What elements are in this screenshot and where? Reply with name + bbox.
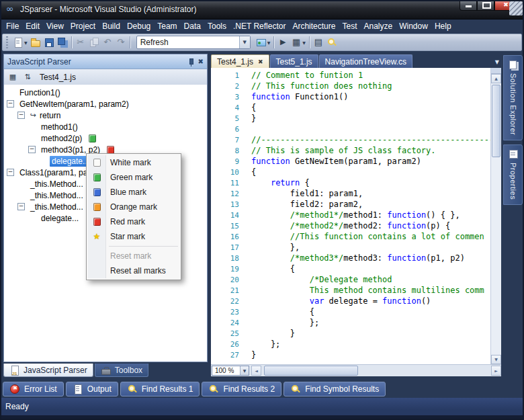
menu-view[interactable]: View xyxy=(43,19,67,33)
bottom-tab-find-symbol-results[interactable]: Find Symbol Results xyxy=(283,382,386,396)
menu-net-reflector[interactable]: .NET Reflector xyxy=(230,19,289,33)
zoom-dropdown-icon[interactable]: ▼ xyxy=(240,366,249,375)
refresh-combobox[interactable]: Refresh▼ xyxy=(136,36,251,49)
attach-button[interactable]: ▼ xyxy=(255,35,272,50)
panel-toolbar-icons: ▦⇅ xyxy=(6,70,34,85)
track-active-item-button[interactable]: ▦ xyxy=(6,70,19,85)
menu-build[interactable]: Build xyxy=(99,19,124,33)
document-list-dropdown-icon[interactable]: ▼ xyxy=(495,59,499,65)
bottom-tab-label: Find Results 1 xyxy=(142,384,193,394)
menu-help[interactable]: Help xyxy=(431,19,455,33)
bottom-tab-output[interactable]: Output xyxy=(66,382,118,396)
code-line: 18 /*method3*/method3: function(p1, p2) xyxy=(214,253,491,263)
maximize-button[interactable] xyxy=(477,0,494,11)
cut-button[interactable]: ✂ xyxy=(74,35,87,50)
tree-item-method2-p[interactable]: method2(p) xyxy=(4,132,207,144)
zoom-value: 100 % xyxy=(212,367,240,374)
find-in-files-button[interactable] xyxy=(325,35,339,50)
bottom-tab-find-results-1[interactable]: Find Results 1 xyxy=(120,382,200,396)
scroll-left-icon[interactable]: ◄ xyxy=(251,366,261,376)
code-line: 2// This function does nothing xyxy=(214,81,491,91)
solution-configurations-button[interactable]: ▤ xyxy=(312,35,325,50)
menu-architecture[interactable]: Architecture xyxy=(289,19,339,33)
menu-item-star-mark[interactable]: ★Star mark xyxy=(88,229,179,244)
menu-item-orange-mark[interactable]: Orange mark xyxy=(88,200,179,214)
tree-item-method1[interactable]: method1() xyxy=(4,121,207,132)
menu-file[interactable]: File xyxy=(3,19,22,33)
current-file-label[interactable]: Test4_1.js xyxy=(40,73,76,82)
menu-analyze[interactable]: Analyze xyxy=(360,19,396,33)
collapse-icon[interactable]: − xyxy=(7,100,14,108)
menu-item-reset-all-marks[interactable]: Reset all marks xyxy=(88,263,179,278)
document-tab-test5-1-js[interactable]: Test5_1.js xyxy=(270,54,318,68)
document-tab-navigationtreeview-cs[interactable]: NavigationTreeView.cs xyxy=(319,54,412,68)
horizontal-scrollbar[interactable] xyxy=(261,366,491,376)
resize-grip[interactable] xyxy=(509,1,523,15)
menu-icon-cell xyxy=(88,173,105,181)
menu-window[interactable]: Window xyxy=(396,19,431,33)
tree-item-return[interactable]: −↪return xyxy=(4,110,207,121)
copy-button[interactable] xyxy=(87,35,101,50)
new-item-button[interactable]: ▼ xyxy=(11,35,29,50)
panel-tab-toolbox[interactable]: Toolbox xyxy=(95,364,148,377)
menu-data[interactable]: Data xyxy=(181,19,204,33)
menu-project[interactable]: Project xyxy=(67,19,99,33)
editor-body[interactable]: 1// Comment to funtion 12// This functio… xyxy=(211,68,501,364)
debug-mode-button[interactable]: ▦▼ xyxy=(290,35,307,50)
open-file-button[interactable] xyxy=(29,35,42,50)
menu-icon-cell xyxy=(88,188,105,196)
menu-tools[interactable]: Tools xyxy=(204,19,230,33)
zoom-combobox[interactable]: 100 % ▼ xyxy=(212,366,249,376)
tree-item-function1[interactable]: Function1() xyxy=(4,87,207,98)
dropdown-arrow-icon: ▼ xyxy=(267,40,271,45)
menu-edit[interactable]: Edit xyxy=(22,19,43,33)
menu-item-red-mark[interactable]: Red mark xyxy=(88,214,179,229)
sort-button[interactable]: ⇅ xyxy=(21,70,34,85)
bottom-tab-error-list[interactable]: Error List xyxy=(3,382,64,396)
undo-button[interactable]: ↶ xyxy=(101,35,114,50)
scroll-down-icon[interactable]: ▼ xyxy=(491,355,501,364)
menu-debug[interactable]: Debug xyxy=(124,19,154,33)
save-button[interactable] xyxy=(42,35,56,50)
code-pane[interactable]: 1// Comment to funtion 12// This functio… xyxy=(211,68,491,364)
code-line: 14 /*method1*/method1: function() { }, xyxy=(214,210,491,220)
save-all-button[interactable] xyxy=(56,35,69,50)
tool-window-titlebar[interactable]: JavaScript Parser ✖ xyxy=(4,54,207,69)
line-number: 21 xyxy=(214,286,239,296)
code-line: 27} xyxy=(214,349,491,360)
menu-item-blue-mark[interactable]: Blue mark xyxy=(88,185,179,200)
close-panel-icon[interactable]: ✖ xyxy=(198,58,204,65)
tool-tab-solution-explorer[interactable]: Solution Explorer xyxy=(503,55,523,140)
combobox-dropdown-icon[interactable]: ▼ xyxy=(239,36,250,48)
tool-tab-properties[interactable]: Properties xyxy=(503,144,523,205)
tab-close-icon[interactable]: ✖ xyxy=(258,58,263,65)
menu-test[interactable]: Test xyxy=(339,19,360,33)
collapse-icon[interactable]: − xyxy=(17,203,25,210)
menu-item-reset-mark[interactable]: Reset mark xyxy=(88,249,179,263)
horizontal-scroll-thumb[interactable] xyxy=(264,366,358,376)
scroll-right-icon[interactable]: ► xyxy=(491,366,501,376)
menu-item-green-mark[interactable]: Green mark xyxy=(88,170,179,185)
redo-button[interactable]: ↷ xyxy=(114,35,128,50)
document-tab-test4-1-js[interactable]: Test4_1.js✖ xyxy=(211,54,269,68)
minimize-button[interactable] xyxy=(460,0,477,11)
menu-team[interactable]: Team xyxy=(154,19,180,33)
title-bar[interactable]: ∞ JSparser - Microsoft Visual Studio (Ad… xyxy=(0,0,524,19)
bottom-tab-find-results-2[interactable]: Find Results 2 xyxy=(202,382,281,396)
start-debug-button[interactable]: ▶ xyxy=(276,35,290,50)
scroll-up-icon[interactable]: ▲ xyxy=(491,74,501,83)
tree-item-getnewitem-param1-param2[interactable]: −GetNewItem(param1, param2) xyxy=(4,98,207,110)
collapse-icon[interactable]: − xyxy=(7,169,14,176)
panel-tab-javascript-parser[interactable]: JavaScript Parser xyxy=(3,364,93,377)
collapse-icon[interactable]: − xyxy=(17,112,25,119)
window-bottom-frame xyxy=(0,415,524,420)
collapse-icon[interactable]: − xyxy=(28,146,36,153)
splitter-handle[interactable] xyxy=(491,68,501,74)
menu-item-white-mark[interactable]: White mark xyxy=(88,155,179,170)
pin-icon[interactable] xyxy=(186,57,195,67)
vertical-scroll-thumb[interactable] xyxy=(492,85,500,157)
line-number: 1 xyxy=(214,71,239,81)
code-text: }; xyxy=(251,318,319,327)
code-line: 4{ xyxy=(214,102,491,113)
vertical-scrollbar[interactable]: ▲ ▼ xyxy=(490,68,501,364)
